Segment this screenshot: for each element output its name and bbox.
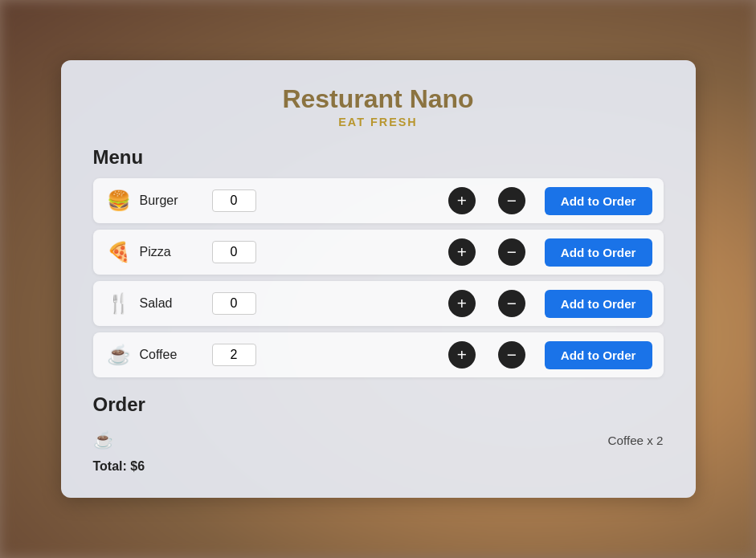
salad-label: Salad (140, 296, 212, 311)
menu-section: Menu 🍔 Burger + − Add to Order 🍕 Pizza +… (93, 146, 664, 377)
menu-item-pizza: 🍕 Pizza + − Add to Order (93, 230, 664, 275)
pizza-icon: 🍕 (104, 238, 133, 267)
salad-increment-button[interactable]: + (448, 290, 476, 317)
order-total: Total: $6 (93, 459, 664, 474)
burger-qty-input[interactable] (212, 189, 256, 212)
coffee-add-to-order-button[interactable]: Add to Order (545, 341, 652, 369)
salad-icon: 🍴 (104, 289, 133, 318)
pizza-increment-button[interactable]: + (448, 238, 476, 266)
burger-add-to-order-button[interactable]: Add to Order (545, 187, 652, 215)
main-card: Resturant Nano EAT FRESH Menu 🍔 Burger +… (61, 60, 696, 498)
salad-decrement-button[interactable]: − (498, 290, 525, 317)
pizza-label: Pizza (140, 245, 212, 259)
order-title: Order (93, 393, 664, 416)
coffee-qty-input[interactable] (212, 344, 256, 366)
burger-icon: 🍔 (104, 186, 133, 215)
restaurant-name: Resturant Nano (93, 84, 664, 114)
menu-title: Menu (93, 146, 664, 169)
restaurant-tagline: EAT FRESH (93, 116, 664, 128)
coffee-label: Coffee (140, 348, 212, 362)
burger-decrement-button[interactable]: − (498, 187, 525, 214)
burger-label: Burger (140, 193, 212, 208)
burger-increment-button[interactable]: + (448, 187, 476, 214)
menu-item-coffee: ☕ Coffee + − Add to Order (93, 332, 664, 377)
menu-item-burger: 🍔 Burger + − Add to Order (93, 178, 664, 223)
pizza-add-to-order-button[interactable]: Add to Order (545, 238, 652, 267)
order-item-coffee: ☕ Coffee x 2 (93, 426, 664, 454)
order-section: Order ☕ Coffee x 2 Total: $6 (93, 393, 664, 474)
coffee-decrement-button[interactable]: − (498, 341, 525, 369)
pizza-qty-input[interactable] (212, 241, 256, 263)
menu-item-salad: 🍴 Salad + − Add to Order (93, 281, 664, 326)
coffee-icon: ☕ (104, 340, 133, 369)
order-coffee-icon: ☕ (93, 430, 114, 450)
order-coffee-label: Coffee x 2 (122, 434, 664, 447)
pizza-decrement-button[interactable]: − (498, 238, 525, 266)
salad-qty-input[interactable] (212, 292, 256, 315)
salad-add-to-order-button[interactable]: Add to Order (545, 290, 652, 318)
coffee-increment-button[interactable]: + (448, 341, 476, 369)
